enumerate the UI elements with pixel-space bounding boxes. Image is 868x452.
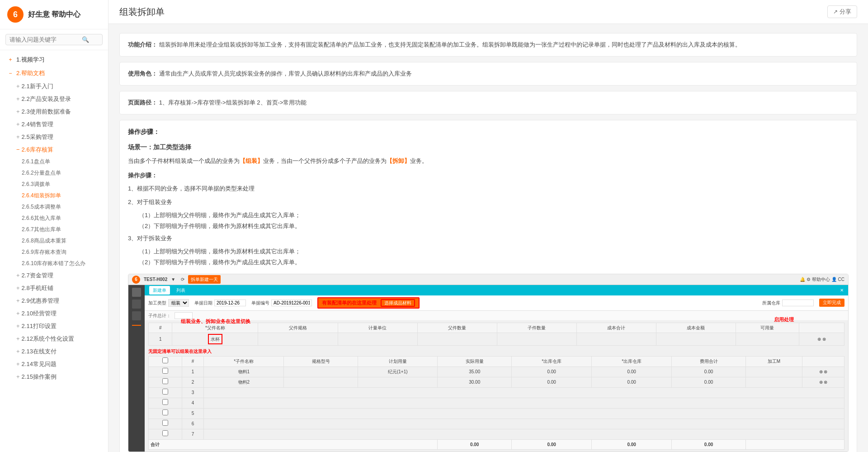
row-checkbox-2[interactable] xyxy=(162,378,168,384)
plus-icon-2-9: + xyxy=(16,297,20,304)
share-button[interactable]: ↗ 分享 xyxy=(827,5,857,18)
sidebar-item-2-6-2[interactable]: 2.6.2分量盘点单 xyxy=(0,167,108,179)
new-order-btn[interactable]: 拆单新建一天 xyxy=(188,275,221,284)
sidebar-item-2-6-7[interactable]: 2.6.7其他出库单 xyxy=(0,224,108,235)
sidebar-item-2-6-8[interactable]: 2.6.8商品成本重算 xyxy=(0,235,108,247)
sidebar-item-2-5[interactable]: +2.5采购管理 xyxy=(0,131,108,143)
plus-icon-2-8: + xyxy=(16,285,20,291)
lower-table-container: # *子件名称 规格型号 计划用量 实际用量 *出库仓库 *出库仓库 费用合计 xyxy=(145,356,848,452)
sub-count-label: 子件总计： xyxy=(148,312,171,319)
footer-end xyxy=(746,439,844,449)
logo-area: 6 好生意 帮助中心 xyxy=(0,0,108,29)
search-icon[interactable]: 🔍 xyxy=(82,36,89,43)
warehouse-label: 所属仓库 xyxy=(762,299,780,307)
plus-icon-2-14: + xyxy=(16,361,20,367)
sidebar-item-2-4[interactable]: +2.4销售管理 xyxy=(0,118,108,131)
type-label: 加工类型 xyxy=(148,299,166,307)
sidebar-item-docs[interactable]: − 2.帮助文档 xyxy=(0,67,108,80)
sidebar-item-2-8[interactable]: +2.8手机旺铺 xyxy=(0,282,108,295)
table-row: 1 物料1 纪元(1+1) 35.00 0.00 0.00 0.00 xyxy=(149,366,844,377)
col-unit: 计量单位 xyxy=(338,323,417,333)
col-parent-spec: 父件规格 xyxy=(258,323,338,333)
row-actual-qty2: 30.00 xyxy=(438,377,512,387)
row-checkbox-3[interactable] xyxy=(162,389,168,395)
sidebar-item-2-9[interactable]: +2.9优惠券管理 xyxy=(0,295,108,307)
row-num1: 1 xyxy=(182,366,204,377)
scene1-desc: 当由多个子件材料组装成一个成品的业务为【组装】业务，当由一个父件拆分成多个子产品… xyxy=(128,156,849,166)
sidebar-item-2-6-4[interactable]: 2.6.4组装拆卸单 xyxy=(0,190,108,201)
code-label: 单据编号 xyxy=(251,299,269,307)
sidebar-item-2-11[interactable]: +2.11打印设置 xyxy=(0,320,108,333)
form-type: 加工类型 组装 拆卸 xyxy=(148,299,189,307)
save-button[interactable]: 立即完成 xyxy=(819,299,844,307)
sidebar-item-2-7[interactable]: +2.7资金管理 xyxy=(0,269,108,282)
col-cost-amt: 成本金额 xyxy=(656,323,736,333)
sidebar-item-2-6-1[interactable]: 2.6.1盘点单 xyxy=(0,156,108,167)
sidebar-item-2-2[interactable]: +2.2产品安装及登录 xyxy=(0,93,108,105)
form-date: 单据日期 xyxy=(194,299,246,307)
sidebar-item-2-12[interactable]: +2.12系统个性化设置 xyxy=(0,333,108,345)
sidebar-item-2-6-3[interactable]: 2.6.3调拨单 xyxy=(0,179,108,190)
sidebar-item-2-1[interactable]: +2.1新手入门 xyxy=(0,80,108,93)
sidebar-item-2-14[interactable]: +2.14常见问题 xyxy=(0,358,108,371)
col-actions xyxy=(799,323,844,333)
dropdown-icon: ▼ xyxy=(171,276,175,283)
row-checkbox-7[interactable] xyxy=(162,430,168,436)
sidebar-item-2-6-6[interactable]: 2.6.6其他入库单 xyxy=(0,213,108,224)
select-all-checkbox[interactable] xyxy=(162,357,168,363)
table-row: 2 物料2 30.00 0.00 0.00 0.00 xyxy=(149,377,844,387)
col-num: # xyxy=(149,323,172,333)
tab-new[interactable]: 新建单 xyxy=(149,286,170,295)
row-empty5 xyxy=(204,408,844,419)
sidebar-item-2-6-9[interactable]: 2.6.9库存账本查询 xyxy=(0,247,108,258)
table-row: 5 xyxy=(149,408,844,419)
sidebar-item-2-15[interactable]: +2.15操作案例 xyxy=(0,371,108,383)
path-block: 页面路径： 1、库存核算->库存管理->组装拆卸单 2、首页->常用功能 xyxy=(119,91,857,114)
app-left-sidebar xyxy=(128,285,145,452)
annotation5: 无固定清单可以组装在这里录入 xyxy=(148,347,212,355)
date-input[interactable] xyxy=(214,300,246,306)
sidebar-icon-2 xyxy=(132,300,141,309)
sidebar-item-2-13[interactable]: +2.13在线支付 xyxy=(0,345,108,358)
lower-table-header: # *子件名称 规格型号 计划用量 实际用量 *出库仓库 *出库仓库 费用合计 xyxy=(149,356,844,366)
sidebar-item-2-6-10[interactable]: 2.6.10库存账本错了怎么办 xyxy=(0,258,108,269)
row-spec xyxy=(258,333,338,345)
code-input[interactable] xyxy=(271,300,312,306)
row-wh2-2: 0.00 xyxy=(592,377,672,387)
sidebar-item-video[interactable]: + 1.视频学习 xyxy=(0,53,108,67)
ops-heading: 操作步骤： xyxy=(128,127,849,138)
footer-val1: 0.00 xyxy=(438,439,512,449)
row-parent-name: 水杯 xyxy=(172,333,258,345)
row-check1 xyxy=(149,366,182,377)
dot-icon-2-6: − xyxy=(16,146,20,153)
table-row: 3 xyxy=(149,387,844,398)
sidebar-item-2-10[interactable]: +2.10经营管理 xyxy=(0,307,108,320)
sidebar-item-2-3[interactable]: +2.3使用前数据准备 xyxy=(0,105,108,118)
row-fee2: 0.00 xyxy=(672,377,746,387)
select-btn[interactable]: 选择成品材料 xyxy=(381,299,415,307)
footer-val3: 0.00 xyxy=(592,439,672,449)
sidebar-item-2-6[interactable]: −2.6库存核算 xyxy=(0,143,108,156)
col-cost-total: 成本合计 xyxy=(576,323,656,333)
app-body: 新建单 列表 ✕ 加工类型 组装 xyxy=(128,285,848,452)
intro-block: 功能介绍： 组装拆卸单用来处理企业组装或拆卸等加工业务，支持有固定装配清单的产品… xyxy=(119,33,857,57)
lcol-process: 加工M xyxy=(746,356,802,366)
row-checkbox-5[interactable] xyxy=(162,409,168,415)
search-input[interactable] xyxy=(9,36,82,43)
plus-icon-2-11: + xyxy=(16,323,20,329)
lcol-num: # xyxy=(182,356,204,366)
app-teal-bar: 新建单 列表 ✕ xyxy=(145,285,848,295)
tab-list[interactable]: 列表 xyxy=(173,286,189,295)
type-select[interactable]: 组装 拆卸 xyxy=(168,299,189,307)
plus-icon-2-12: + xyxy=(16,335,20,342)
parent-name-box: 水杯 xyxy=(208,334,222,344)
sidebar-item-2-6-5[interactable]: 2.6.5成本调整单 xyxy=(0,201,108,213)
warehouse-input[interactable] xyxy=(782,300,814,306)
row-checkbox-6[interactable] xyxy=(162,420,168,426)
row-checkbox-4[interactable] xyxy=(162,399,168,405)
step1: 1、根据不同的业务，选择不同单据的类型来处理 2、对于组装业务 （1）上部明细为… xyxy=(128,183,849,267)
plus-icon-2-10: + xyxy=(16,310,20,317)
row-checkbox-1[interactable] xyxy=(162,368,168,374)
top-bar: 组装拆卸单 ↗ 分享 xyxy=(108,0,868,24)
close-icon[interactable]: ✕ xyxy=(840,286,844,294)
